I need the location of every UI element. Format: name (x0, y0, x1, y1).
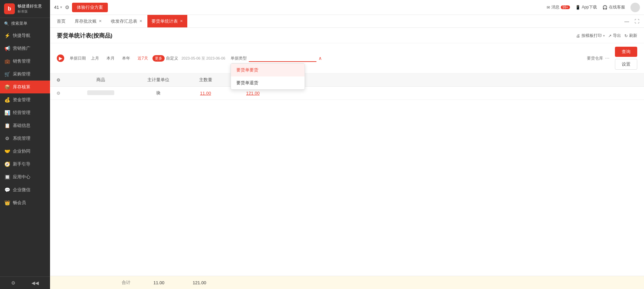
tab-requisition-stats[interactable]: 要货单统计表 ✕ (147, 15, 187, 27)
app-logo-icon: b (4, 3, 15, 14)
sidebar-item-basic[interactable]: 📋 基础信息 (0, 119, 50, 132)
sidebar-item-wechat[interactable]: 💬 企业微信 (0, 183, 50, 196)
table-row: ⚙ 块 11.00 121.00 (50, 87, 644, 100)
sidebar-search-item[interactable]: 🔍 搜索菜单 (0, 18, 50, 29)
date-more-btn[interactable]: 更多 (152, 55, 165, 62)
sidebar-bottom: ⚙ ◀◀ (0, 276, 50, 289)
table-settings-icon[interactable]: ⚙ (56, 77, 61, 83)
sidebar-item-member[interactable]: 👑 畅会员 (0, 196, 50, 209)
sidebar-item-guide[interactable]: 🧭 新手引导 (0, 158, 50, 171)
dropdown-item-requisition-return[interactable]: 要货单退货 (231, 76, 305, 89)
printer-icon: 🖨 (576, 34, 580, 38)
sidebar-item-appstore[interactable]: 🔲 应用中心 (0, 171, 50, 183)
last-month-btn[interactable]: 上月 (88, 54, 102, 63)
purchase-label: 采购管理 (13, 71, 30, 77)
online-service-btn[interactable]: 🎧 在线客服 (602, 4, 625, 10)
page-header: 要货单统计表(按商品) 🖨 按模板打印 ▾ ↗ 导出 ↻ 刷新 (50, 28, 644, 43)
row-settings-cell[interactable]: ⚙ (50, 87, 67, 100)
guide-icon: 🧭 (4, 161, 10, 167)
tab-minimize-btn[interactable]: — (622, 17, 631, 26)
user-avatar[interactable] (630, 3, 640, 12)
amount-link[interactable]: 121.00 (246, 91, 260, 96)
date-filter-label: 单据日期 (70, 55, 86, 61)
topbar-right: ✉ 消息 99+ 📱 App下载 🎧 在线客服 (547, 3, 640, 12)
messages-btn[interactable]: ✉ 消息 99+ (547, 4, 570, 10)
purchase-icon: 🛒 (4, 71, 10, 77)
collapse-sidebar-btn[interactable]: ◀◀ (31, 280, 39, 286)
date-filter-group: 单据日期 上月 本月 本年 近7天 更多 自定义 2023-05-06 至 20… (70, 54, 225, 63)
operation-label: 经营管理 (13, 110, 30, 116)
filter-bar: ▶ 单据日期 上月 本月 本年 近7天 更多 自定义 2023-05-06 至 … (50, 43, 644, 73)
tab-receipt-summary[interactable]: 收发存汇总表 ✕ (107, 15, 147, 27)
app-logo-text: 畅捷通好生意 标准版 (18, 4, 42, 14)
sidebar: b 畅捷通好生意 标准版 🔍 搜索菜单 ⚡ 快捷导航 📢 营销推广 💼 销售管理… (0, 0, 50, 289)
type-filter-input[interactable] (249, 55, 316, 62)
col-unit: 主计量单位 (135, 73, 182, 87)
headset-icon: 🎧 (602, 5, 607, 10)
refresh-icon: ↻ (624, 34, 628, 38)
quantity-link[interactable]: 11.00 (200, 91, 211, 96)
date-quick-buttons: 上月 本月 本年 近7天 更多 自定义 (88, 54, 178, 63)
sidebar-item-finance[interactable]: 💰 资金管理 (0, 93, 50, 106)
row-quantity-cell: 11.00 (182, 87, 229, 100)
sidebar-item-system[interactable]: ⚙ 系统管理 (0, 132, 50, 145)
warehouse-more-btn[interactable]: ··· (605, 55, 610, 61)
query-button[interactable]: 查询 (615, 47, 637, 57)
last-7-days-btn[interactable]: 近7天 (135, 54, 151, 63)
basic-icon: 📋 (4, 123, 10, 129)
search-icon: 🔍 (4, 21, 9, 26)
topbar-gear-icon[interactable]: ⚙ (65, 4, 69, 10)
content-area: 要货单统计表(按商品) 🖨 按模板打印 ▾ ↗ 导出 ↻ 刷新 ▶ (50, 28, 644, 289)
message-icon: ✉ (547, 5, 550, 10)
col-settings[interactable]: ⚙ (50, 73, 67, 87)
tab-requisition-stats-close[interactable]: ✕ (180, 19, 183, 23)
tab-receipt-summary-close[interactable]: ✕ (139, 19, 142, 23)
product-blurred (87, 90, 114, 95)
sidebar-item-inventory[interactable]: 📦 库存核算 (0, 81, 50, 93)
sidebar-item-sales[interactable]: 💼 销售管理 (0, 55, 50, 68)
date-range-display: 2023-05-06 至 2023-06-06 (182, 56, 225, 61)
table-header-row: ⚙ 商品 主计量单位 主数量 零售金额 (50, 73, 644, 87)
data-table: ⚙ 商品 主计量单位 主数量 零售金额 (50, 73, 644, 100)
store-selector[interactable]: 41 ▾ (54, 5, 62, 10)
system-icon: ⚙ (4, 135, 10, 141)
sidebar-item-enterprise[interactable]: 🤝 企业协同 (0, 145, 50, 158)
export-btn[interactable]: ↗ 导出 (608, 33, 621, 39)
col-empty (277, 73, 644, 87)
settings-button[interactable]: 设置 (615, 59, 637, 70)
sidebar-item-quick-nav[interactable]: ⚡ 快捷导航 (0, 29, 50, 42)
type-filter-group: 单据类型 ∧ 要货单要货 要货单退货 (231, 55, 581, 62)
member-label: 畅会员 (13, 200, 26, 206)
store-chevron-icon: ▾ (60, 5, 62, 9)
tab-requisition-stats-label: 要货单统计表 (151, 18, 178, 24)
sidebar-item-operation[interactable]: 📊 经营管理 (0, 106, 50, 119)
tab-fullscreen-btn[interactable]: ⛶ (633, 17, 641, 26)
sidebar-item-marketing[interactable]: 📢 营销推广 (0, 42, 50, 55)
trial-industry-button[interactable]: 体验行业方案 (72, 3, 108, 12)
settings-bottom-icon[interactable]: ⚙ (11, 280, 16, 286)
filter-expand-btn[interactable]: ▶ (57, 54, 64, 62)
footer-total-label: 合计 (60, 280, 135, 286)
sidebar-item-purchase[interactable]: 🛒 采购管理 (0, 68, 50, 81)
store-name: 41 (54, 5, 59, 10)
type-filter-chevron-icon[interactable]: ∧ (318, 55, 322, 61)
tab-receipt-summary-label: 收发存汇总表 (111, 18, 137, 24)
tab-inventory-batch-label: 库存批次账 (75, 18, 97, 24)
print-template-btn[interactable]: 🖨 按模板打印 ▾ (576, 33, 605, 39)
this-month-btn[interactable]: 本月 (103, 54, 118, 63)
tab-inventory-batch[interactable]: 库存批次账 ✕ (71, 15, 106, 27)
inventory-label: 库存核算 (13, 84, 30, 90)
app-download-btn[interactable]: 📱 App下载 (575, 4, 597, 10)
this-year-btn[interactable]: 本年 (119, 54, 133, 63)
col-product: 商品 (67, 73, 135, 87)
sales-label: 销售管理 (13, 58, 30, 64)
marketing-icon: 📢 (4, 45, 10, 51)
quick-nav-label: 快捷导航 (13, 32, 30, 39)
refresh-btn[interactable]: ↻ 刷新 (624, 33, 637, 39)
tab-inventory-batch-close[interactable]: ✕ (99, 19, 102, 23)
dropdown-item-requisition-order[interactable]: 要货单要货 (231, 64, 305, 76)
tab-home[interactable]: 首页 (53, 15, 70, 27)
date-custom-btn[interactable]: 自定义 (166, 55, 178, 61)
col-quantity: 主数量 (182, 73, 229, 87)
quick-nav-icon: ⚡ (4, 32, 10, 39)
